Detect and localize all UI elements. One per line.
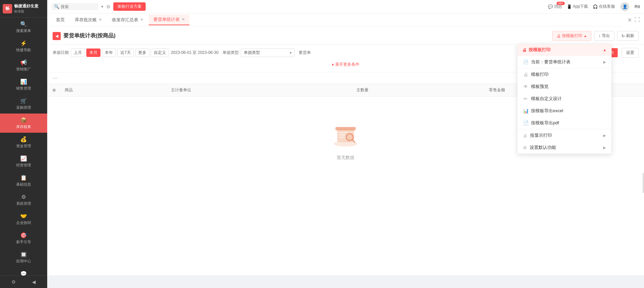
sidebar-item-operations[interactable]: 📈经营管理 [0,152,47,171]
dropdown-current-section: 📄 当前：要货单统计表 ▶ [518,56,611,68]
nav-back-btn[interactable]: ◀ [53,32,61,40]
tab-receipt-summary-close[interactable]: ✕ [140,18,143,22]
date-btn-last-month[interactable]: 上月 [71,49,85,57]
sidebar-item-sales[interactable]: 📊销售管理 [0,75,47,94]
print-icon: 🖨 [557,34,561,38]
resize-handle[interactable] [643,173,644,193]
date-btn-this-month[interactable]: 本月 [86,49,100,57]
tab-receipt-summary[interactable]: 收发存汇总表 ✕ [107,15,148,25]
date-btn-custom[interactable]: 自定义 [151,49,169,57]
tab-order-stats-close[interactable]: ✕ [182,17,185,22]
settings-btn[interactable]: 设置 [622,48,639,58]
main-area: 🔍 ▾ ⚙ 体验行业方案 💬 消息 99+ 📱 App下载 🎧 [47,0,644,288]
sidebar-item-purchase[interactable]: 🛒采购管理 [0,94,47,114]
export-icon: ↑ [598,34,601,38]
date-btn-this-year[interactable]: 本年 [102,49,116,57]
topbar-settings-icon[interactable]: ⚙ [106,4,111,9]
col-settings[interactable]: ⚙ [47,84,61,97]
template-excel-icon: 📊 [523,108,528,114]
dropdown-item-template-excel[interactable]: 📊 按模板导出excel [518,105,611,117]
wechat-icon: 💬 [20,270,27,276]
empty-text: 暂无数据 [337,155,354,161]
collab-icon: 🤝 [20,213,27,219]
sidebar-item-guide[interactable]: 🎯新手引导 [0,229,47,248]
search-box[interactable]: 🔍 [51,3,98,10]
tab-inventory-batch[interactable]: 库存批次账 ✕ [70,15,107,25]
tab-order-stats[interactable]: 要货单统计表 ✕ [149,14,189,25]
tab-close-all[interactable]: ✕ [627,17,632,23]
topbar: 🔍 ▾ ⚙ 体验行业方案 💬 消息 99+ 📱 App下载 🎧 [47,0,644,13]
service-icon: 🎧 [593,4,598,9]
tab-bar: 首页 库存批次账 ✕ 收发存汇总表 ✕ 要货单统计表 ✕ ✕ ⛶ [47,13,644,26]
service-label: 在线客服 [599,4,615,9]
refresh-btn[interactable]: ↻ 刷新 [617,31,639,41]
date-btn-7days[interactable]: 近7天 [117,49,134,57]
sidebar-item-inventory[interactable]: 📦库存核算 [0,114,47,133]
template-design-icon: ✏ [523,96,528,101]
sidebar-item-search[interactable]: 🔍搜索菜单 [0,18,47,37]
sidebar-label-marketing: 营销推广 [16,67,31,72]
order-goods-label: 要货单 [299,50,311,56]
topbar-dropdown-icon[interactable]: ▾ [101,4,104,9]
export-btn[interactable]: ↑ 导出 [594,31,614,41]
col-goods: 商品 [61,84,167,97]
expand-btn[interactable]: ▾ 展开更多条件 [329,60,362,69]
page: ◀ 要货单统计表(按商品) 🖨 按模板打印 ▲ ↑ 导出 [47,26,644,275]
dropdown-item-template-pdf[interactable]: 📄 按模板导出pdf [518,117,611,129]
sidebar-item-quicknav[interactable]: ⚡快捷导航 [0,37,47,56]
page-actions: 🖨 按模板打印 ▲ ↑ 导出 ↻ 刷新 [552,31,639,41]
app-download-item[interactable]: 📱 App下载 [567,4,588,9]
settings-icon[interactable]: ⚙ [11,279,16,285]
sidebar-item-wechat[interactable]: 💬企业微信 [0,267,47,276]
sidebar-item-collab[interactable]: 🤝企业协同 [0,210,47,229]
online-service-item[interactable]: 🎧 在线客服 [593,4,615,9]
order-type-select[interactable]: 单据类型 ▾ [241,49,295,57]
date-btn-more[interactable]: 更多 [135,49,149,57]
dropdown-header[interactable]: 🖨 按模板打印 ▲ [518,44,611,56]
print-btn[interactable]: 🖨 按模板打印 ▲ [552,31,591,41]
display-print-icon: 🖨 [523,133,527,138]
order-type-value: 单据类型 [244,50,260,56]
display-print-arrow: ▶ [603,133,606,138]
dropdown-display-print[interactable]: 🖨 按显示打印 ▶ [518,129,611,141]
topbar-icons: 💬 消息 99+ 📱 App下载 🎧 在线客服 [548,4,615,9]
page-title: 要货单统计表(按商品) [63,32,116,39]
sidebar-label-collab: 企业协同 [16,220,31,225]
system-icon: ⚙ [21,194,26,200]
dropdown-item-template-design[interactable]: ✏ 模板自定义设计 [518,93,611,105]
dropdown-print-icon: 🖨 [522,47,527,53]
message-icon-item[interactable]: 💬 消息 99+ [548,4,562,9]
collapse-icon[interactable]: ◀ [32,279,36,285]
dropdown-current-template[interactable]: 📄 当前：要货单统计表 ▶ [518,56,611,68]
select-chevron: ▾ [290,51,292,55]
tab-home-label: 首页 [56,17,65,23]
dropdown-item-template-print[interactable]: 🖨 模板打印 [518,68,611,81]
marketing-icon: 📢 [20,59,27,66]
dropdown-item-template-preview[interactable]: 👁 模板预览 [518,81,611,93]
tab-inventory-batch-close[interactable]: ✕ [99,18,102,22]
sidebar-item-finance[interactable]: 💰资金管理 [0,133,47,152]
guide-icon: 🎯 [20,232,27,238]
sidebar-item-system[interactable]: ⚙系统管理 [0,190,47,210]
sidebar-label-apps: 应用中心 [16,259,31,264]
username[interactable]: Rit [635,4,640,9]
trial-btn[interactable]: 体验行业方案 [113,2,146,11]
message-icon: 💬 [548,4,553,9]
table-more-icon[interactable]: ··· [53,74,58,82]
dropdown-set-default[interactable]: ⚙ 设置默认功能 ▶ [518,141,611,154]
tab-home[interactable]: 首页 [51,15,69,25]
tab-expand[interactable]: ⛶ [635,17,640,23]
avatar[interactable]: 👤 [620,2,629,11]
sidebar-label-operations: 经营管理 [16,163,31,168]
empty-illustration [329,117,362,151]
template-pdf-icon: 📄 [523,120,528,126]
search-input[interactable] [61,4,94,9]
order-goods-filter: 要货单 [299,50,311,56]
app-download-label: App下载 [573,4,588,9]
print-dropdown: 🖨 按模板打印 ▲ 📄 当前：要货单统计表 [517,44,612,154]
sidebar-footer: ⚙ ◀ [0,276,47,288]
sidebar-item-apps[interactable]: 🔲应用中心 [0,248,47,267]
sales-icon: 📊 [20,78,27,85]
sidebar-item-basic[interactable]: 📋基础信息 [0,171,47,190]
sidebar-item-marketing[interactable]: 📢营销推广 [0,56,47,75]
